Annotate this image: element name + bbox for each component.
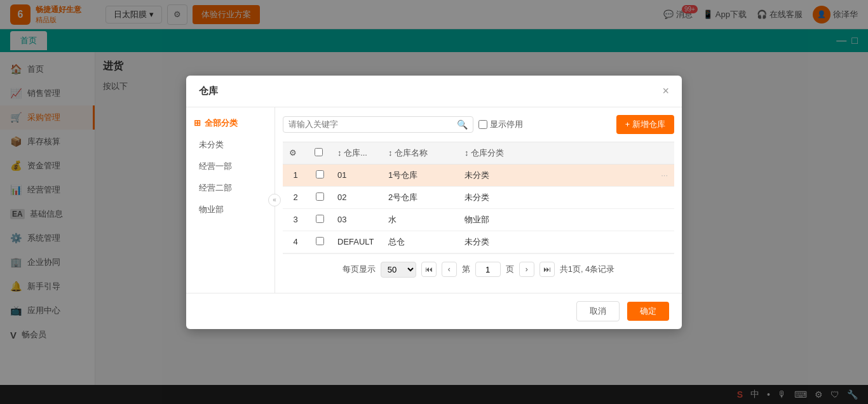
th-code: ↕ 仓库...: [331, 142, 382, 164]
row-actions: [522, 231, 674, 253]
row-check: [308, 208, 331, 231]
last-page-button[interactable]: ⏭: [539, 262, 555, 277]
th-category: ↕ 仓库分类: [458, 142, 522, 164]
table-row[interactable]: 2 02 2号仓库 未分类: [283, 186, 674, 208]
sidebar-category-unclassified[interactable]: 未分类: [186, 134, 275, 156]
select-all-checkbox[interactable]: [315, 148, 323, 156]
modal-footer: 取消 确定: [186, 293, 682, 329]
row-category: 未分类: [458, 164, 522, 186]
th-name: ↕ 仓库名称: [382, 142, 458, 164]
warehouse-modal: 仓库 × ⊞ 全部分类 未分类 经营一部 经营二部 物业部 «: [186, 76, 682, 329]
table-body: 1 01 1号仓库 未分类 ··· 2: [283, 164, 674, 253]
page-suffix-label: 页: [506, 264, 514, 275]
search-icon[interactable]: 🔍: [457, 119, 468, 130]
prev-page-button[interactable]: ‹: [442, 262, 457, 277]
search-input-wrap: 🔍: [283, 116, 473, 133]
row-check: [308, 186, 331, 208]
confirm-button[interactable]: 确定: [627, 302, 669, 321]
row-name: 2号仓库: [382, 186, 458, 208]
row-checkbox-1[interactable]: [316, 170, 324, 178]
row-code: DEFAULT: [331, 231, 382, 253]
per-page-select[interactable]: 50 100 200: [381, 262, 416, 278]
modal-sidebar: ⊞ 全部分类 未分类 经营一部 经营二部 物业部 «: [186, 107, 275, 293]
sort-name-icon: ↕: [388, 148, 393, 158]
modal-header: 仓库 ×: [186, 76, 682, 107]
table-header-row: ⚙ ↕ 仓库... ↕: [283, 142, 674, 164]
grid-icon: ⊞: [194, 118, 201, 128]
row-check: [308, 164, 331, 186]
row-category: 未分类: [458, 231, 522, 253]
table-row[interactable]: 3 03 水 物业部: [283, 208, 674, 231]
row-num: 2: [283, 186, 308, 208]
row-name: 总仓: [382, 231, 458, 253]
row-code: 01: [331, 164, 382, 186]
table-head: ⚙ ↕ 仓库... ↕: [283, 142, 674, 164]
table-row[interactable]: 4 DEFAULT 总仓 未分类: [283, 231, 674, 253]
row-name: 水: [382, 208, 458, 231]
row-actions: [522, 208, 674, 231]
sort-icon: ↕: [337, 148, 342, 158]
modal-backdrop: 仓库 × ⊞ 全部分类 未分类 经营一部 经营二部 物业部 «: [0, 0, 868, 404]
warehouse-table: ⚙ ↕ 仓库... ↕: [283, 142, 674, 253]
pagination: 每页显示 50 100 200 ⏮ ‹ 第 页 › ⏭ 共1页, 4条记录: [283, 253, 674, 285]
row-check: [308, 231, 331, 253]
per-page-label: 每页显示: [342, 264, 376, 275]
sidebar-category-business1[interactable]: 经营一部: [186, 156, 275, 177]
modal-body: ⊞ 全部分类 未分类 经营一部 经营二部 物业部 « 🔍: [186, 107, 682, 293]
show-disabled-checkbox[interactable]: [478, 120, 487, 129]
row-checkbox-4[interactable]: [316, 237, 324, 245]
row-num: 3: [283, 208, 308, 231]
modal-toolbar: 🔍 显示停用 + 新增仓库: [283, 115, 674, 134]
row-actions: [522, 186, 674, 208]
row-num: 1: [283, 164, 308, 186]
row-code: 03: [331, 208, 382, 231]
th-check: [308, 142, 331, 164]
modal-title: 仓库: [199, 85, 218, 97]
table-row[interactable]: 1 01 1号仓库 未分类 ···: [283, 164, 674, 186]
table-container: ⚙ ↕ 仓库... ↕: [283, 142, 674, 253]
row-checkbox-2[interactable]: [316, 192, 324, 201]
row-category: 物业部: [458, 208, 522, 231]
row-actions: ···: [522, 164, 674, 186]
th-actions: [522, 142, 674, 164]
cancel-button[interactable]: 取消: [576, 301, 620, 321]
sort-cat-icon: ↕: [465, 148, 469, 158]
first-page-button[interactable]: ⏮: [421, 262, 437, 277]
all-category-header[interactable]: ⊞ 全部分类: [186, 112, 275, 134]
sidebar-category-property[interactable]: 物业部: [186, 199, 275, 220]
modal-main: 🔍 显示停用 + 新增仓库 ⚙: [275, 107, 682, 293]
sidebar-collapse-button[interactable]: «: [268, 194, 281, 206]
row-category: 未分类: [458, 186, 522, 208]
gear-header-icon: ⚙: [289, 148, 297, 158]
current-page-input[interactable]: [475, 262, 501, 277]
row-name: 1号仓库: [382, 164, 458, 186]
page-prefix-label: 第: [462, 264, 470, 275]
show-disabled-label: 显示停用: [478, 119, 523, 130]
add-warehouse-button[interactable]: + 新增仓库: [616, 115, 674, 134]
total-info: 共1页, 4条记录: [560, 264, 615, 275]
row-checkbox-3[interactable]: [316, 215, 324, 223]
search-input[interactable]: [288, 119, 457, 129]
row-code: 02: [331, 186, 382, 208]
th-gear: ⚙: [283, 142, 308, 164]
modal-close-button[interactable]: ×: [662, 84, 669, 98]
row-num: 4: [283, 231, 308, 253]
sidebar-category-business2[interactable]: 经营二部: [186, 177, 275, 199]
next-page-button[interactable]: ›: [519, 262, 534, 277]
